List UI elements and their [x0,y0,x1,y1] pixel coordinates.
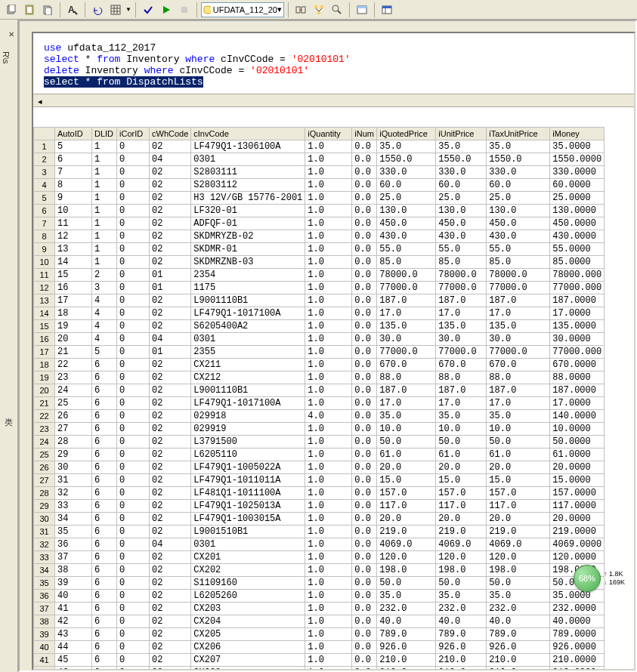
cell[interactable]: 0 [117,603,150,615]
cell[interactable]: 11 [55,217,92,230]
cell[interactable]: 0 [117,397,150,410]
cell[interactable]: 1.0 [305,243,352,256]
cell[interactable]: 60.0 [436,179,487,192]
table-row[interactable]: 9131002SKDMR-011.00.055.055.055.055.0000 [34,243,605,256]
cell[interactable]: 1 [92,217,117,230]
cell[interactable]: 4069.0 [436,538,487,551]
cell[interactable]: 926.0 [487,641,550,654]
cell[interactable]: 0.0 [352,603,377,615]
showplan-icon[interactable] [311,2,327,18]
cell[interactable]: 0.0 [352,333,377,346]
table-row[interactable]: 24286002L37915001.00.050.050.050.050.000… [34,436,605,449]
cell[interactable]: 20.0 [436,513,487,526]
cell[interactable]: 02 [150,256,191,269]
cell[interactable]: LF479Q1-1005022A [191,461,305,474]
cell[interactable]: 1.0 [305,217,352,230]
row-header[interactable]: 9 [34,243,55,256]
cell[interactable]: 1175 [191,282,305,294]
cell[interactable]: 30.0 [487,333,550,346]
cell[interactable]: 0 [117,615,150,628]
cell[interactable]: 1550.0 [487,153,550,166]
cell[interactable]: 22 [55,359,92,371]
cell[interactable]: 6 [92,551,117,564]
cell[interactable]: 02 [150,461,191,474]
scroll-left-icon[interactable]: ◂ [35,96,45,106]
cell[interactable]: 0.0 [352,307,377,320]
row-header[interactable]: 40 [34,641,55,654]
cell[interactable]: 5 [92,346,117,359]
cell[interactable]: 02 [150,564,191,577]
cell[interactable]: 35.0 [487,140,550,153]
table-row[interactable]: 20246002L9001110B11.00.0187.0187.0187.01… [34,384,605,397]
cell[interactable]: LF479Q1-1017100A [191,307,305,320]
cell[interactable]: 450.0000 [550,217,605,230]
copy-icon[interactable] [3,2,20,18]
cell[interactable]: 78000.0 [487,269,550,282]
cell[interactable]: 61.0 [436,449,487,461]
editor-results-splitter[interactable]: ◂ [33,94,634,107]
cell[interactable]: 6 [92,384,117,397]
cell[interactable]: 85.0 [487,256,550,269]
cell[interactable]: 0.0 [352,320,377,333]
cell[interactable]: 01 [150,269,191,282]
close-icon[interactable]: ✕ [8,30,14,39]
cell[interactable]: 670.0 [487,359,550,371]
cell[interactable]: 0.0 [352,590,377,603]
row-header[interactable]: 36 [34,590,55,603]
grid-icon[interactable] [107,2,124,18]
table-row[interactable]: 28326002LF481Q1-1011100A1.00.0157.0157.0… [34,487,605,500]
cell[interactable]: 0 [117,371,150,384]
table-row[interactable]: 591002H3 12V/GB 15776-20011.00.025.025.0… [34,192,605,205]
cell[interactable]: 117.0000 [550,500,605,513]
cell[interactable]: 219.0 [436,526,487,538]
table-row[interactable]: 232760020299191.00.010.010.010.010.0000 [34,423,605,436]
cell[interactable]: 02 [150,654,191,667]
table-row[interactable]: 26100403011.00.01550.01550.01550.01550.0… [34,153,605,166]
cell[interactable]: 1.0 [305,449,352,461]
table-row[interactable]: 14184002LF479Q1-1017100A1.00.017.017.017… [34,307,605,320]
find-icon[interactable]: A [64,2,81,18]
cell[interactable]: 38 [55,564,92,577]
cell[interactable]: 0.0 [352,436,377,449]
cell[interactable]: 77000.000 [550,282,605,294]
cell[interactable]: 40.0000 [550,615,605,628]
cell[interactable]: 40.0 [487,615,550,628]
cell[interactable]: 789.0000 [550,628,605,641]
cell[interactable]: 4 [92,294,117,307]
cell[interactable]: 02 [150,384,191,397]
cell[interactable]: 4069.0000 [550,538,605,551]
row-header[interactable]: 23 [34,423,55,436]
cell[interactable]: 330.0 [377,166,436,179]
cell[interactable]: 216.0 [377,667,436,670]
cell[interactable]: 04 [150,153,191,166]
cell[interactable]: 1550.0 [377,153,436,166]
cell[interactable]: 0 [117,628,150,641]
cell[interactable]: 77000.0 [436,346,487,359]
table-row[interactable]: 1216300111751.00.077000.077000.077000.07… [34,282,605,294]
cell[interactable]: 1.0 [305,359,352,371]
cell[interactable]: 15 [55,269,92,282]
cell[interactable]: 232.0 [487,603,550,615]
cell[interactable]: 430.0 [487,230,550,243]
cell[interactable]: 01 [150,346,191,359]
cell[interactable]: 50.0000 [550,436,605,449]
row-header[interactable]: 42 [34,667,55,670]
table-row[interactable]: 33376002CX2011.00.0120.0120.0120.0120.00… [34,551,605,564]
row-header[interactable]: 1 [34,140,55,153]
cell[interactable]: 135.0 [377,320,436,333]
row-header[interactable]: 27 [34,474,55,487]
cell[interactable]: 5 [55,140,92,153]
row-header[interactable]: 25 [34,449,55,461]
cell[interactable]: 0 [117,269,150,282]
cell[interactable]: 6 [92,628,117,641]
cell[interactable]: 0 [117,217,150,230]
cell[interactable]: 210.0000 [550,654,605,667]
cell[interactable]: SKDMRZNB-03 [191,256,305,269]
cell[interactable]: 1.0 [305,192,352,205]
row-header[interactable]: 4 [34,179,55,192]
row-header[interactable]: 26 [34,461,55,474]
cell[interactable]: 0 [117,564,150,577]
cell[interactable]: 02 [150,551,191,564]
cell[interactable]: L9001510B1 [191,526,305,538]
cell[interactable]: 02 [150,577,191,590]
